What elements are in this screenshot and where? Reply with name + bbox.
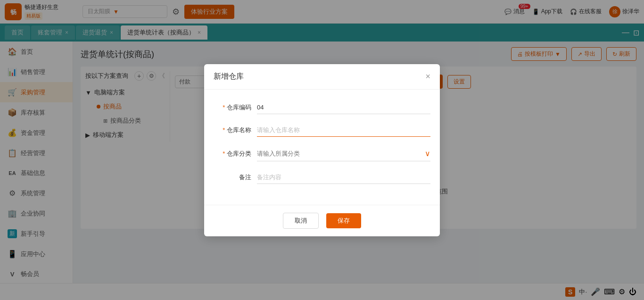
name-label: * 仓库名称 xyxy=(214,126,251,134)
modal-title: 新增仓库 xyxy=(214,72,244,82)
modal-overlay: 新增仓库 × * 仓库编码 * 仓库名称 xyxy=(0,0,644,300)
form-row-code: * 仓库编码 xyxy=(214,101,430,114)
category-select[interactable]: ∨ xyxy=(257,146,430,161)
form-row-name: * 仓库名称 xyxy=(214,124,430,137)
modal-footer: 取消 保存 xyxy=(204,205,440,236)
modal-header: 新增仓库 × xyxy=(204,64,440,90)
modal-new-warehouse: 新增仓库 × * 仓库编码 * 仓库名称 xyxy=(204,64,440,236)
code-required: * xyxy=(223,104,225,111)
category-input[interactable] xyxy=(257,150,425,157)
remark-input[interactable] xyxy=(257,171,430,184)
category-dropdown-icon[interactable]: ∨ xyxy=(425,149,430,158)
code-label: * 仓库编码 xyxy=(214,103,251,112)
modal-close-button[interactable]: × xyxy=(425,72,430,82)
form-row-category: * 仓库分类 ∨ xyxy=(214,146,430,161)
cancel-button[interactable]: 取消 xyxy=(283,213,319,229)
form-row-remark: 备注 xyxy=(214,171,430,184)
save-button[interactable]: 保存 xyxy=(326,213,361,228)
name-required: * xyxy=(223,126,225,133)
modal-body: * 仓库编码 * 仓库名称 * 仓库分类 xyxy=(204,90,440,205)
category-label: * 仓库分类 xyxy=(214,150,251,158)
remark-label: 备注 xyxy=(214,173,251,182)
name-input[interactable] xyxy=(257,124,430,137)
code-input[interactable] xyxy=(257,101,430,114)
category-required: * xyxy=(223,150,225,157)
